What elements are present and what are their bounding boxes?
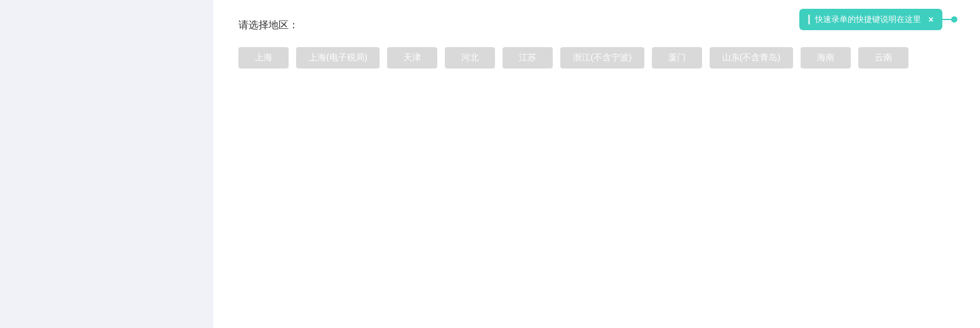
region-button-tianjin[interactable]: 天津 [387, 47, 437, 68]
region-button-zhejiang[interactable]: 浙江(不含宁波) [560, 47, 644, 68]
region-button-shanghai-etax[interactable]: 上海(电子税局) [296, 47, 380, 68]
region-button-jiangsu[interactable]: 江苏 [503, 47, 553, 68]
region-buttons: 上海上海(电子税局)天津河北江苏浙江(不含宁波)厦门山东(不含青岛)海南云南 [238, 47, 955, 68]
tooltip-bar [808, 14, 810, 25]
tooltip-connector-dot [951, 16, 957, 23]
region-button-shandong[interactable]: 山东(不含青岛) [710, 47, 793, 68]
tooltip-text: 快速录单的快捷键说明在这里 [815, 14, 921, 25]
tooltip-connector-line [942, 19, 951, 20]
region-button-shanghai[interactable]: 上海 [238, 47, 289, 68]
main-content: 请选择地区： 上海上海(电子税局)天津河北江苏浙江(不含宁波)厦门山东(不含青岛… [213, 0, 980, 328]
region-button-hebei[interactable]: 河北 [445, 47, 495, 68]
region-button-xiamen[interactable]: 厦门 [652, 47, 702, 68]
left-sidebar [0, 0, 213, 328]
tooltip-close-button[interactable]: × [929, 14, 934, 25]
region-button-hainan[interactable]: 海南 [801, 47, 851, 68]
tooltip-banner: 快速录单的快捷键说明在这里 × [799, 9, 942, 30]
region-button-yunnan[interactable]: 云南 [858, 47, 908, 68]
